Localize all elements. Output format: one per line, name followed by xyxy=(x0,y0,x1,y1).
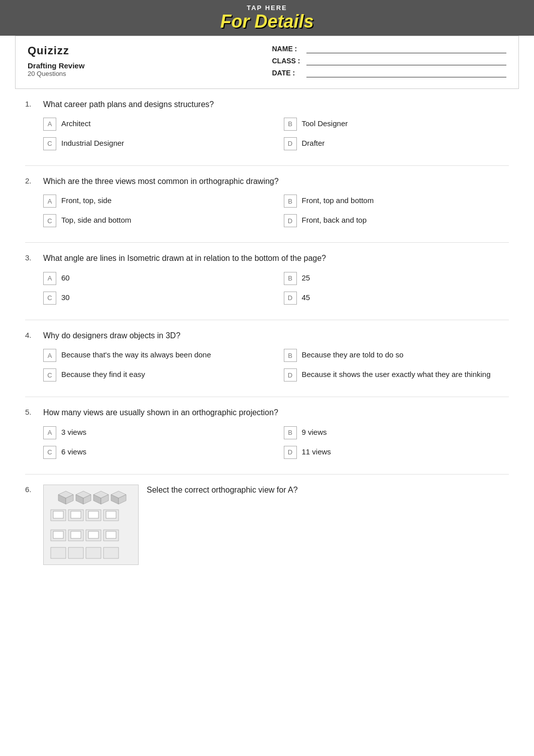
answer-5c-text: 6 views xyxy=(61,445,86,458)
question-4-answers: A Because that's the way its always been… xyxy=(43,348,509,382)
answer-5c-letter: C xyxy=(43,446,56,459)
header-left: Quizizz Drafting Review 20 Questions xyxy=(28,44,262,77)
answer-1b-text: Tool Designer xyxy=(302,117,348,130)
question-6-row: 6. xyxy=(25,485,509,565)
question-1-text: What career path plans and designs struc… xyxy=(43,99,214,110)
question-4-text: Why do designers draw objects in 3D? xyxy=(43,330,180,341)
answer-1b: B Tool Designer xyxy=(284,117,509,131)
answer-2c-text: Top, side and bottom xyxy=(61,214,131,226)
question-3-number: 3. xyxy=(25,253,43,262)
answer-1c-letter: C xyxy=(43,137,56,150)
answer-4b-text: Because they are told to do so xyxy=(302,348,404,361)
answer-5a: A 3 views xyxy=(43,426,269,439)
question-1-number: 1. xyxy=(25,99,43,108)
answer-1a: A Architect xyxy=(43,117,269,131)
svg-rect-21 xyxy=(53,531,63,538)
answer-5a-letter: A xyxy=(43,426,56,439)
for-details-text: For Details xyxy=(220,12,313,32)
svg-rect-30 xyxy=(86,547,101,558)
answer-4d-text: Because it shows the user exactly what t… xyxy=(302,368,491,381)
answer-4d-letter: D xyxy=(284,368,297,382)
divider-5 xyxy=(25,474,509,475)
question-4-row: 4. Why do designers draw objects in 3D? xyxy=(25,330,509,341)
answer-2a-text: Front, top, side xyxy=(61,194,112,207)
page-content: 1. What career path plans and designs st… xyxy=(0,89,534,590)
question-6-number: 6. xyxy=(25,485,43,494)
answer-5b: B 9 views xyxy=(284,426,509,439)
answer-4c-text: Because they find it easy xyxy=(61,368,145,381)
divider-3 xyxy=(25,320,509,320)
answer-4a: A Because that's the way its always been… xyxy=(43,348,269,362)
svg-rect-15 xyxy=(71,511,81,518)
svg-rect-23 xyxy=(71,531,81,538)
svg-rect-19 xyxy=(106,511,116,518)
question-5-text: How many views are usually shown in an o… xyxy=(43,407,278,418)
answer-5b-text: 9 views xyxy=(302,426,327,438)
question-6-content: Select the correct orthographic view for… xyxy=(43,485,298,565)
date-label: DATE : xyxy=(272,69,302,77)
question-2-text: Which are the three views most common in… xyxy=(43,176,279,187)
answer-4b: B Because they are told to do so xyxy=(284,348,509,362)
question-3-row: 3. What angle are lines in Isometric dra… xyxy=(25,253,509,264)
question-4-number: 4. xyxy=(25,330,43,339)
answer-2a: A Front, top, side xyxy=(43,194,269,208)
question-5-number: 5. xyxy=(25,407,43,416)
quizizz-logo: Quizizz xyxy=(28,44,262,57)
tap-here-text: TAP HERE xyxy=(220,4,313,12)
class-input-line xyxy=(306,56,507,65)
answer-3a-text: 60 xyxy=(61,271,70,284)
question-5-row: 5. How many views are usually shown in a… xyxy=(25,407,509,418)
question-1-row: 1. What career path plans and designs st… xyxy=(25,99,509,110)
quiz-title: Drafting Review xyxy=(28,61,262,70)
answer-2d: D Front, back and top xyxy=(284,214,509,227)
question-1-answers: A Architect B Tool Designer C Industrial… xyxy=(43,117,509,150)
answer-2d-letter: D xyxy=(284,214,297,227)
name-input-line xyxy=(306,44,507,53)
question-2: 2. Which are the three views most common… xyxy=(25,176,509,227)
answer-5d-text: 11 views xyxy=(302,445,331,458)
answer-1d-letter: D xyxy=(284,137,297,150)
answer-2c: C Top, side and bottom xyxy=(43,214,269,227)
name-label: NAME : xyxy=(272,45,302,53)
answer-1b-letter: B xyxy=(284,118,297,131)
answer-1d-text: Drafter xyxy=(302,137,325,149)
quiz-questions: 20 Questions xyxy=(28,70,262,77)
question-2-answers: A Front, top, side B Front, top and bott… xyxy=(43,194,509,227)
question-3-answers: A 60 B 25 C 30 D 45 xyxy=(43,271,509,305)
answer-3d-letter: D xyxy=(284,292,297,305)
header-right: NAME : CLASS : DATE : xyxy=(262,44,507,80)
question-6-text: Select the correct orthographic view for… xyxy=(147,485,298,496)
answer-2b-text: Front, top and bottom xyxy=(302,194,374,207)
iso-drawing xyxy=(46,487,136,562)
answer-4d: D Because it shows the user exactly what… xyxy=(284,368,509,382)
question-3-text: What angle are lines in Isometric drawn … xyxy=(43,253,326,264)
logo-text: Quizizz xyxy=(28,44,69,57)
header-bar: TAP HERE For Details xyxy=(0,0,534,36)
divider-1 xyxy=(25,165,509,166)
tap-here-banner[interactable]: TAP HERE For Details xyxy=(220,4,313,32)
svg-rect-25 xyxy=(88,531,98,538)
answer-2c-letter: C xyxy=(43,214,56,227)
answer-3c-letter: C xyxy=(43,292,56,305)
answer-4a-letter: A xyxy=(43,349,56,362)
answer-1d: D Drafter xyxy=(284,137,509,150)
answer-3c-text: 30 xyxy=(61,291,70,304)
question-5: 5. How many views are usually shown in a… xyxy=(25,407,509,458)
svg-rect-27 xyxy=(106,531,116,538)
svg-rect-28 xyxy=(51,547,66,558)
answer-1c: C Industrial Designer xyxy=(43,137,269,150)
answer-5d-letter: D xyxy=(284,446,297,459)
question-2-number: 2. xyxy=(25,176,43,185)
answer-2a-letter: A xyxy=(43,195,56,208)
answer-1a-text: Architect xyxy=(61,117,90,130)
answer-2d-text: Front, back and top xyxy=(302,214,367,226)
svg-rect-13 xyxy=(53,511,63,518)
question-4: 4. Why do designers draw objects in 3D? … xyxy=(25,330,509,382)
answer-3c: C 30 xyxy=(43,291,269,305)
answer-3d: D 45 xyxy=(284,291,509,305)
answer-3b-letter: B xyxy=(284,272,297,285)
question-3: 3. What angle are lines in Isometric dra… xyxy=(25,253,509,304)
answer-1c-text: Industrial Designer xyxy=(61,137,124,149)
answer-1a-letter: A xyxy=(43,118,56,131)
answer-2b-letter: B xyxy=(284,195,297,208)
